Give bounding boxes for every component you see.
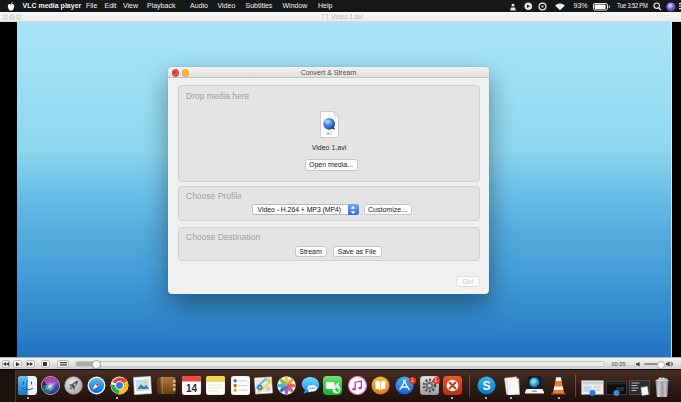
svg-text:14: 14 xyxy=(185,383,197,394)
svg-text:S: S xyxy=(482,379,490,393)
svg-text:AVI: AVI xyxy=(327,132,332,136)
